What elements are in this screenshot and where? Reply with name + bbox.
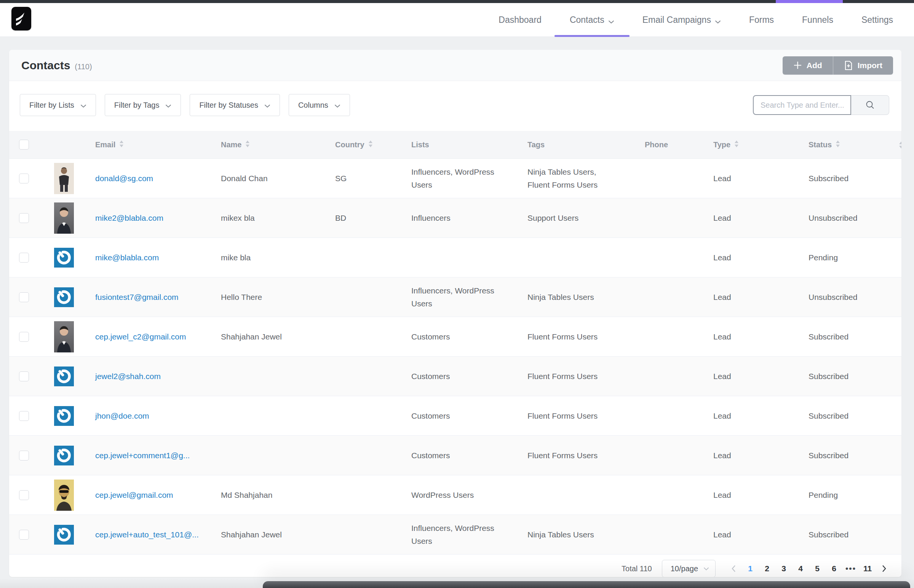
next-page-button[interactable] xyxy=(878,565,890,572)
page-size-select[interactable]: 10/page xyxy=(662,560,716,577)
fluentcrm-logo[interactable] xyxy=(11,7,31,31)
contact-email-link[interactable]: mike@blabla.com xyxy=(95,253,159,262)
gravatar-avatar xyxy=(54,248,74,268)
contact-email-link[interactable]: cep.jewel_c2@gmail.com xyxy=(95,332,186,341)
nav-item-settings[interactable]: Settings xyxy=(861,3,893,37)
filter-button-label: Columns xyxy=(298,101,328,110)
import-button[interactable]: Import xyxy=(833,57,893,74)
page-number-1[interactable]: 1 xyxy=(744,564,756,573)
add-button[interactable]: Add xyxy=(783,57,833,74)
row-checkbox[interactable] xyxy=(19,530,29,540)
column-header-label: Name xyxy=(221,141,241,149)
search-input[interactable] xyxy=(753,95,851,115)
email-cell: jhon@doe.com xyxy=(95,410,221,422)
tags-cell-text: Fluent Forms Users xyxy=(527,449,620,462)
search-box xyxy=(753,95,889,115)
contact-email-link[interactable]: mike2@blabla.com xyxy=(95,213,163,222)
email-cell: jewel2@shah.com xyxy=(95,370,221,383)
tags-cell-text: Support Users xyxy=(527,212,620,225)
lists-cell: Influencers, WordPress Users xyxy=(411,284,527,310)
lists-cell-text: WordPress Users xyxy=(411,489,503,502)
page-title: Contacts xyxy=(21,59,70,72)
row-checkbox[interactable] xyxy=(19,213,29,223)
app-header: DashboardContactsEmail CampaignsFormsFun… xyxy=(0,3,914,37)
gravatar-avatar xyxy=(54,367,74,386)
row-checkbox[interactable] xyxy=(19,174,29,183)
table-row: mike@blabla.commike blaLeadPending xyxy=(9,238,901,278)
page-number-11[interactable]: 11 xyxy=(862,564,873,573)
row-checkbox[interactable] xyxy=(19,253,29,263)
search-button[interactable] xyxy=(851,95,889,115)
contact-email-link[interactable]: cep.jewel+comment1@g... xyxy=(95,451,190,460)
contact-email-link[interactable]: jhon@doe.com xyxy=(95,412,149,420)
sort-icon[interactable] xyxy=(734,141,739,147)
email-cell: cep.jewel+comment1@g... xyxy=(95,449,221,462)
import-file-icon xyxy=(844,60,853,70)
nav-item-funnels[interactable]: Funnels xyxy=(802,3,833,37)
table-header-row: EmailNameCountryListsTagsPhoneTypeStatus xyxy=(9,131,901,159)
screen: DashboardContactsEmail CampaignsFormsFun… xyxy=(0,0,914,588)
sort-icon[interactable] xyxy=(119,141,124,147)
column-header-name[interactable]: Name xyxy=(221,141,335,149)
column-header-country[interactable]: Country xyxy=(335,141,411,149)
filter-button-filter-by-statuses[interactable]: Filter by Statuses xyxy=(190,94,280,116)
filter-button-filter-by-lists[interactable]: Filter by Lists xyxy=(20,94,96,116)
nav-item-email-campaigns[interactable]: Email Campaigns xyxy=(642,3,721,37)
sort-icon[interactable] xyxy=(899,142,901,149)
import-button-label: Import xyxy=(857,61,882,70)
column-header-tags: Tags xyxy=(527,141,645,149)
sort-icon[interactable] xyxy=(368,141,373,147)
filter-button-filter-by-tags[interactable]: Filter by Tags xyxy=(105,94,181,116)
prev-page-button[interactable] xyxy=(728,565,739,572)
row-select-cell xyxy=(9,332,54,342)
nav-item-label: Email Campaigns xyxy=(642,15,711,25)
row-checkbox[interactable] xyxy=(19,411,29,421)
sort-icon[interactable] xyxy=(836,141,840,147)
status-cell: Subscribed xyxy=(809,370,901,383)
table-row: donald@sg.comDonald ChanSGInfluencers, W… xyxy=(9,159,901,198)
row-checkbox[interactable] xyxy=(19,372,29,381)
contact-email-link[interactable]: donald@sg.com xyxy=(95,174,153,183)
row-select-cell xyxy=(9,411,54,421)
status-cell: Unsubscribed xyxy=(809,291,901,304)
nav-item-forms[interactable]: Forms xyxy=(749,3,774,37)
column-header-status[interactable]: Status xyxy=(809,141,901,149)
contact-email-link[interactable]: cep.jewel@gmail.com xyxy=(95,491,173,499)
page-number-6[interactable]: 6 xyxy=(828,564,840,573)
page-number-4[interactable]: 4 xyxy=(795,564,806,573)
sort-icon[interactable] xyxy=(245,141,250,147)
tags-cell-text: Fluent Forms Users xyxy=(527,330,620,343)
contacts-card: Contacts (110) Add Import Filter by Lis xyxy=(9,50,901,577)
main-nav: DashboardContactsEmail CampaignsFormsFun… xyxy=(498,3,893,37)
status-cell: Subscribed xyxy=(809,172,901,185)
page-number-3[interactable]: 3 xyxy=(778,564,789,573)
page-number-2[interactable]: 2 xyxy=(761,564,773,573)
contact-email-link[interactable]: cep.jewel+auto_test_101@... xyxy=(95,530,199,539)
tags-cell: Support Users xyxy=(527,212,645,225)
nav-item-label: Settings xyxy=(861,15,893,25)
filter-button-columns[interactable]: Columns xyxy=(289,94,350,116)
nav-item-contacts[interactable]: Contacts xyxy=(570,3,614,37)
page-number-5[interactable]: 5 xyxy=(812,564,823,573)
contact-email-link[interactable]: fusiontest7@gmail.com xyxy=(95,293,179,301)
more-pages-ellipsis[interactable]: ••• xyxy=(845,564,856,573)
lists-cell: Customers xyxy=(411,370,527,383)
column-header-lists: Lists xyxy=(411,141,527,149)
tags-cell-text: Ninja Tables Users xyxy=(527,291,620,304)
logo-wing-icon xyxy=(15,10,28,27)
contact-email-link[interactable]: jewel2@shah.com xyxy=(95,372,161,381)
column-header-email[interactable]: Email xyxy=(95,141,221,149)
name-cell: Shahjahan Jewel xyxy=(221,330,335,343)
column-header-type[interactable]: Type xyxy=(713,141,809,149)
nav-item-label: Forms xyxy=(749,15,774,25)
row-checkbox[interactable] xyxy=(19,451,29,460)
status-cell: Subscribed xyxy=(809,410,901,422)
nav-item-dashboard[interactable]: Dashboard xyxy=(498,3,542,37)
row-checkbox[interactable] xyxy=(19,332,29,342)
row-checkbox[interactable] xyxy=(19,490,29,500)
select-all-checkbox[interactable] xyxy=(19,140,29,150)
row-checkbox[interactable] xyxy=(19,292,29,302)
column-header-label: Status xyxy=(809,141,832,149)
row-select-cell xyxy=(9,213,54,223)
table-body: donald@sg.comDonald ChanSGInfluencers, W… xyxy=(9,159,901,554)
